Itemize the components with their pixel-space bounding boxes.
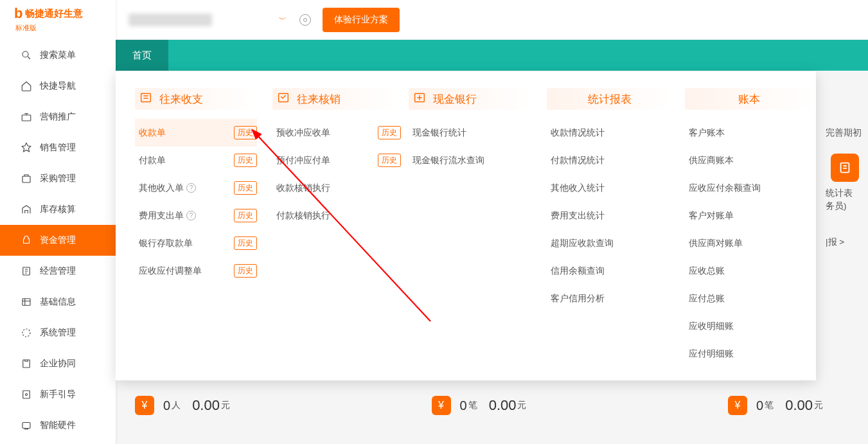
mega-link[interactable]: 收款核销执行: [272, 174, 401, 202]
tab-home[interactable]: 首页: [116, 40, 168, 71]
history-tag[interactable]: 历史: [378, 154, 401, 167]
chevron-down-icon[interactable]: ﹀: [279, 14, 287, 25]
nav-label: 搜索菜单: [40, 49, 76, 61]
nav-label: 新手引导: [40, 389, 76, 400]
column-header-icon: [139, 91, 153, 108]
mega-link[interactable]: 付款情况统计: [547, 147, 672, 174]
mega-link-label: 费用支出统计: [551, 210, 672, 222]
mega-link[interactable]: 应付总账: [685, 285, 813, 312]
history-tag[interactable]: 历史: [378, 126, 401, 139]
topbar: ﹀ 体验行业方案: [116, 0, 868, 40]
nav-item-9[interactable]: 系统管理: [0, 317, 116, 348]
mega-link-label: 超期应收款查询: [551, 238, 672, 249]
mega-link-label: 客户对账单: [689, 210, 813, 222]
mega-link-label: 收款单: [139, 127, 227, 139]
mega-link[interactable]: 应付明细账: [685, 340, 813, 368]
gear-icon[interactable]: [299, 14, 311, 26]
mega-link-label: 费用支出单?: [139, 210, 227, 222]
nav-item-6[interactable]: 资金管理: [0, 225, 116, 256]
mega-link-label: 客户信用分析: [551, 293, 672, 305]
stat-icon-1: ¥: [135, 396, 154, 415]
nav-icon: [21, 111, 32, 123]
mega-link-label: 应收明细账: [689, 321, 813, 332]
mega-link[interactable]: 应收应付余额查询: [685, 174, 813, 202]
org-selector[interactable]: ﹀: [128, 13, 323, 26]
mega-link[interactable]: 现金银行流水查询: [409, 147, 534, 174]
mega-link-label: 应付总账: [689, 293, 813, 305]
mega-link-label: 应收总账: [689, 265, 813, 277]
nav-item-11[interactable]: 新手引导: [0, 379, 116, 410]
mega-link[interactable]: 供应商账本: [685, 147, 813, 174]
nav-item-4[interactable]: 采购管理: [0, 163, 116, 194]
mega-link[interactable]: 应收应付调整单历史: [135, 257, 257, 285]
right-text-1[interactable]: 完善期初: [823, 125, 868, 141]
mega-link[interactable]: 客户对账单: [685, 202, 813, 229]
mega-link[interactable]: 其他收入单?历史: [135, 174, 257, 202]
mega-link-label: 付款核销执行: [276, 210, 401, 222]
help-icon[interactable]: ?: [186, 211, 196, 220]
mega-link-label: 供应商账本: [689, 155, 813, 166]
right-text-3[interactable]: |报 >: [823, 236, 868, 249]
mega-column-2: 现金银行现金银行统计现金银行流水查询: [409, 88, 534, 368]
history-tag[interactable]: 历史: [234, 181, 257, 195]
mega-link[interactable]: 客户账本: [685, 119, 813, 147]
mega-link-label: 现金银行流水查询: [412, 155, 534, 166]
column-header-label: 统计报表: [588, 92, 632, 107]
mega-link[interactable]: 付款核销执行: [272, 202, 401, 229]
column-header-label: 现金银行: [433, 92, 477, 107]
history-tag[interactable]: 历史: [234, 236, 257, 250]
right-text-2b[interactable]: 务员): [823, 200, 868, 213]
nav-list: 搜索菜单快捷导航营销推广销售管理采购管理库存核算资金管理经营管理基础信息系统管理…: [0, 40, 116, 441]
help-icon[interactable]: ?: [186, 183, 196, 193]
nav-icon: [21, 235, 32, 246]
nav-item-2[interactable]: 营销推广: [0, 102, 116, 132]
mega-link-label: 预收冲应收单: [276, 127, 371, 139]
mega-link[interactable]: 现金银行统计: [409, 119, 534, 147]
nav-icon: [21, 420, 32, 431]
nav-icon: [21, 296, 32, 308]
mega-link[interactable]: 费用支出统计: [547, 202, 672, 229]
mega-link[interactable]: 银行存取款单历史: [135, 229, 257, 257]
svg-rect-2: [22, 176, 30, 182]
mega-menu-panel: 往来收支收款单历史付款单历史其他收入单?历史费用支出单?历史银行存取款单历史应收…: [116, 71, 816, 380]
nav-item-8[interactable]: 基础信息: [0, 287, 116, 317]
mega-link[interactable]: 付款单历史: [135, 147, 257, 174]
nav-icon: [21, 80, 32, 92]
mega-link[interactable]: 预付冲应付单历史: [272, 147, 401, 174]
mega-link[interactable]: 收款情况统计: [547, 119, 672, 147]
nav-item-5[interactable]: 库存核算: [0, 194, 116, 225]
mega-link[interactable]: 应收明细账: [685, 312, 813, 340]
history-tag[interactable]: 历史: [234, 209, 257, 222]
mega-link[interactable]: 客户信用分析: [547, 285, 672, 312]
svg-rect-9: [22, 423, 30, 429]
nav-item-12[interactable]: 智能硬件: [0, 410, 116, 441]
mega-link-label: 供应商对账单: [689, 238, 813, 249]
column-header-icon: [412, 91, 427, 108]
nav-item-3[interactable]: 销售管理: [0, 132, 116, 163]
right-shortcut-icon[interactable]: [831, 154, 859, 182]
mega-link[interactable]: 超期应收款查询: [547, 229, 672, 257]
history-tag[interactable]: 历史: [234, 264, 257, 278]
brand-icon: b: [14, 5, 22, 22]
history-tag[interactable]: 历史: [234, 126, 257, 139]
mega-link[interactable]: 信用余额查询: [547, 257, 672, 285]
nav-item-10[interactable]: 企业协同: [0, 348, 116, 379]
right-text-2a[interactable]: 统计表: [823, 187, 868, 200]
nav-item-0[interactable]: 搜索菜单: [0, 40, 116, 71]
mega-link-label: 其他收入单?: [139, 182, 227, 194]
mega-link-label: 付款单: [139, 155, 227, 166]
svg-point-5: [22, 329, 30, 337]
mega-link[interactable]: 费用支出单?历史: [135, 202, 257, 229]
industry-plan-button[interactable]: 体验行业方案: [323, 8, 400, 32]
nav-label: 采购管理: [40, 173, 76, 184]
mega-link[interactable]: 预收冲应收单历史: [272, 119, 401, 147]
mega-link[interactable]: 供应商对账单: [685, 229, 813, 257]
nav-icon: [21, 358, 32, 369]
mega-link[interactable]: 其他收入统计: [547, 174, 672, 202]
nav-item-7[interactable]: 经营管理: [0, 256, 116, 287]
mega-link[interactable]: 应收总账: [685, 257, 813, 285]
history-tag[interactable]: 历史: [234, 154, 257, 167]
mega-link[interactable]: 收款单历史: [135, 119, 257, 147]
nav-item-1[interactable]: 快捷导航: [0, 71, 116, 102]
sidebar: b 畅捷通好生意 标准版 搜索菜单快捷导航营销推广销售管理采购管理库存核算资金管…: [0, 0, 116, 444]
